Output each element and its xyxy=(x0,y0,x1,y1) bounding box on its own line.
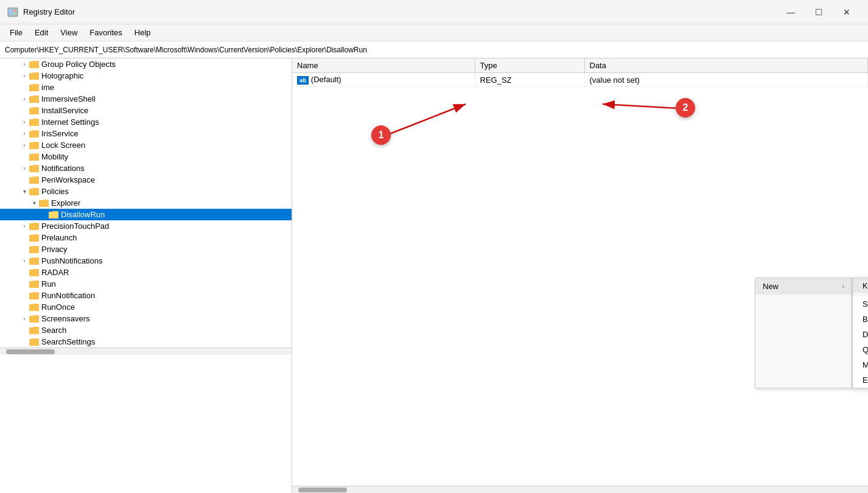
tree-expand-arrow[interactable]: › xyxy=(19,257,29,264)
tree-item[interactable]: › PrecisionTouchPad xyxy=(0,220,292,232)
tree-item-label: Group Policy Objects xyxy=(41,60,116,69)
tree-item[interactable]: DisallowRun xyxy=(0,209,292,220)
tree-scrollbar[interactable] xyxy=(0,348,292,355)
tree-item-label: Explorer xyxy=(51,198,80,208)
submenu-item-qword-(64-bit)-value[interactable]: QWORD (64-bit) Value xyxy=(853,342,868,357)
tree-item-label: Screensavers xyxy=(41,314,89,323)
tree-item[interactable]: › IrisService xyxy=(0,128,292,139)
tree-item[interactable]: SearchSettings xyxy=(0,336,292,348)
tree-item[interactable]: RADAR xyxy=(0,267,292,278)
tree-item[interactable]: › PushNotifications xyxy=(0,255,292,267)
tree-expand-arrow[interactable]: ▾ xyxy=(19,188,29,195)
tree-expand-arrow[interactable]: ▾ xyxy=(29,200,39,206)
new-menu-item[interactable]: New › xyxy=(755,278,852,295)
title-bar-controls: — ☐ ✕ xyxy=(777,0,861,24)
tree-item[interactable]: › Screensavers xyxy=(0,313,292,324)
tree-item-label: InstallService xyxy=(41,106,88,115)
tree-item-label: Privacy xyxy=(41,245,68,254)
tree-item[interactable]: Privacy xyxy=(0,243,292,255)
address-path: Computer\HKEY_CURRENT_USER\Software\Micr… xyxy=(5,46,367,54)
title-bar-left: Registry Editor xyxy=(7,7,75,18)
arrow-2-svg xyxy=(292,58,868,486)
tree-item[interactable]: ime xyxy=(0,82,292,93)
tree-item[interactable]: › Internet Settings xyxy=(0,116,292,128)
tree-expand-arrow[interactable]: › xyxy=(19,142,29,149)
submenu-item-string-value[interactable]: String Value xyxy=(853,296,868,312)
tree-item[interactable]: ▾ Policies xyxy=(0,186,292,197)
right-scrollbar[interactable] xyxy=(292,486,868,493)
tree-item[interactable]: Search xyxy=(0,324,292,336)
main-content: › Group Policy Objects› Holographic ime›… xyxy=(0,58,868,493)
submenu-item-key[interactable]: Key xyxy=(853,278,868,293)
registry-values-area: Name Type Data ab(Default)REG_SZ(value n… xyxy=(292,58,868,486)
tree-item[interactable]: InstallService xyxy=(0,105,292,116)
tree-item[interactable]: ▾ Explorer xyxy=(0,197,292,209)
menu-item-file[interactable]: File xyxy=(5,27,27,38)
col-header-data: Data xyxy=(584,58,868,73)
tree-expand-arrow[interactable]: › xyxy=(19,223,29,229)
menu-item-help[interactable]: Help xyxy=(130,27,156,38)
menu-item-edit[interactable]: Edit xyxy=(30,27,53,38)
tree-item[interactable]: › Notifications xyxy=(0,163,292,174)
tree-item[interactable]: RunNotification xyxy=(0,290,292,301)
maximize-button[interactable]: ☐ xyxy=(805,0,833,24)
new-label: New xyxy=(763,282,779,291)
right-panel: Name Type Data ab(Default)REG_SZ(value n… xyxy=(292,58,868,493)
title-bar: Registry Editor — ☐ ✕ xyxy=(0,0,868,24)
tree-item-label: RADAR xyxy=(41,268,69,277)
tree-expand-arrow[interactable]: › xyxy=(19,130,29,137)
tree-item-label: Internet Settings xyxy=(41,117,99,127)
annotation-2: 2 xyxy=(676,98,695,117)
menu-item-view[interactable]: View xyxy=(55,27,82,38)
tree-item-label: DisallowRun xyxy=(61,210,105,219)
context-menu-new: New › xyxy=(755,278,852,388)
tree-item-label: Policies xyxy=(41,187,69,196)
svg-line-5 xyxy=(387,104,466,135)
tree-item[interactable]: › ImmersiveShell xyxy=(0,93,292,105)
tree-item-label: PrecisionTouchPad xyxy=(41,222,109,231)
tree-item-label: Holographic xyxy=(41,71,83,80)
minimize-button[interactable]: — xyxy=(777,0,805,24)
context-menu-overlay: New › KeyString ValueBinary ValueDWORD (… xyxy=(755,278,868,388)
svg-rect-1 xyxy=(9,10,12,15)
tree-item[interactable]: › Lock Screen xyxy=(0,139,292,151)
tree-item-label: PushNotifications xyxy=(41,256,102,265)
arrow-1-svg xyxy=(292,58,868,486)
submenu-item-expandable-string-value[interactable]: Expandable String Value xyxy=(853,372,868,388)
tree-item-label: RunNotification xyxy=(41,291,95,300)
submenu-item-multi-string-value[interactable]: Multi-String Value xyxy=(853,357,868,372)
tree-item[interactable]: RunOnce xyxy=(0,301,292,313)
submenu-item-binary-value[interactable]: Binary Value xyxy=(853,312,868,327)
tree-expand-arrow[interactable]: › xyxy=(19,96,29,102)
submenu-item-dword-(32-bit)-value[interactable]: DWORD (32-bit) Value xyxy=(853,327,868,342)
tree-item-label: ImmersiveShell xyxy=(41,94,96,103)
menu-bar: FileEditViewFavoritesHelp xyxy=(0,24,868,41)
annotation-1: 1 xyxy=(371,125,391,145)
tree-expand-arrow[interactable]: › xyxy=(19,315,29,322)
tree-item[interactable]: Prelaunch xyxy=(0,232,292,243)
tree-item[interactable]: › Holographic xyxy=(0,70,292,82)
tree-expand-arrow[interactable]: › xyxy=(19,72,29,79)
table-row[interactable]: ab(Default)REG_SZ(value not set) xyxy=(292,73,868,87)
tree-expand-arrow[interactable]: › xyxy=(19,119,29,125)
tree-panel[interactable]: › Group Policy Objects› Holographic ime›… xyxy=(0,58,292,493)
tree-item-label: SearchSettings xyxy=(41,337,95,346)
tree-item-label: Prelaunch xyxy=(41,233,77,242)
tree-item-label: Lock Screen xyxy=(41,141,85,150)
tree-item[interactable]: › Group Policy Objects xyxy=(0,58,292,70)
tree-item[interactable]: Run xyxy=(0,278,292,290)
app-title: Registry Editor xyxy=(23,7,75,16)
close-button[interactable]: ✕ xyxy=(833,0,861,24)
tree-item[interactable]: Mobility xyxy=(0,151,292,163)
tree-item-label: RunOnce xyxy=(41,302,75,312)
tree-expand-arrow[interactable]: › xyxy=(19,165,29,172)
tree-item[interactable]: PenWorkspace xyxy=(0,174,292,186)
tree-scrollbar-thumb[interactable] xyxy=(6,349,55,354)
tree-item-label: IrisService xyxy=(41,129,79,138)
tree-expand-arrow[interactable]: › xyxy=(19,61,29,68)
right-scrollbar-thumb[interactable] xyxy=(298,488,347,492)
tree-item-label: Run xyxy=(41,279,56,288)
menu-item-favorites[interactable]: Favorites xyxy=(85,27,127,38)
tree-item-label: ime xyxy=(41,83,54,92)
registry-editor-icon xyxy=(7,7,18,18)
